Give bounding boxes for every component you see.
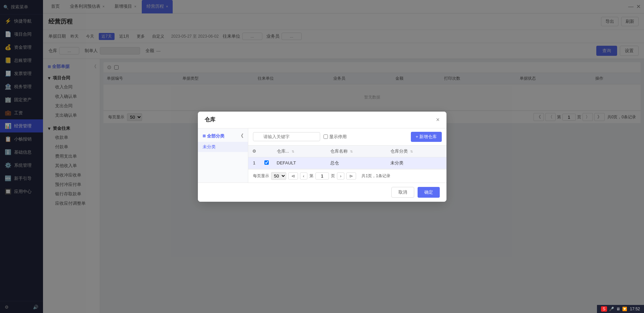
tray-mic-icon: 🎤 [609, 307, 614, 311]
dialog-last-page[interactable]: ⊳ [346, 172, 356, 180]
dialog-toolbar: 🔍 显示停用 + 新增仓库 [248, 128, 446, 146]
dialog-table-row[interactable]: 1 DEFAULT 总仓 未分类 [248, 157, 446, 169]
th-warehouse-code: 仓库... ⇅ [273, 146, 326, 157]
warehouse-dialog: 仓库 × ⊞ 全部分类 《 未分类 [198, 112, 446, 202]
dialog-per-page-label: 每页显示 [253, 173, 269, 179]
dialog-search-input[interactable] [253, 132, 320, 141]
dialog-overlay: 仓库 × ⊞ 全部分类 《 未分类 [0, 0, 644, 313]
left-panel-collapse-icon[interactable]: 《 [239, 133, 243, 139]
tray-s-icon: S [601, 306, 607, 312]
system-tray: S 🎤 🖥 🔽 17:52 [597, 305, 644, 313]
dialog-page-label: 页 [331, 173, 335, 179]
dialog-title: 仓库 [205, 116, 215, 123]
th-dialog-settings: ⚙ [248, 146, 260, 157]
th-warehouse-category: 仓库分类 ⇅ [386, 146, 446, 157]
dialog-prev-page[interactable]: ‹ [300, 172, 307, 180]
dialog-all-categories[interactable]: ⊞ 全部分类 《 [198, 131, 248, 141]
dialog-close-icon[interactable]: × [436, 116, 440, 123]
show-disabled-checkbox[interactable] [324, 134, 328, 139]
dialog-footer: 取消 确定 [198, 183, 446, 202]
tray-icons: S 🎤 🖥 🔽 [601, 306, 627, 312]
dialog-per-page-select[interactable]: 50 [271, 172, 286, 180]
dialog-row-check[interactable] [260, 157, 273, 169]
add-warehouse-button[interactable]: + 新增仓库 [411, 132, 441, 142]
dialog-header: 仓库 × [198, 112, 446, 128]
dialog-body: ⊞ 全部分类 《 未分类 🔍 [198, 128, 446, 183]
dialog-first-page[interactable]: ⊲ [288, 172, 298, 180]
dialog-page-input[interactable] [315, 172, 329, 180]
show-disabled-label: 显示停用 [324, 134, 347, 140]
dialog-left-panel: ⊞ 全部分类 《 未分类 [198, 128, 248, 183]
cancel-button[interactable]: 取消 [391, 187, 414, 198]
search-wrapper: 🔍 [253, 132, 320, 141]
tray-filter-icon: 🔽 [622, 307, 627, 311]
dialog-jump-label: 第 [309, 173, 313, 179]
dialog-row-category: 未分类 [386, 157, 446, 169]
th-warehouse-name: 仓库名称 ⇅ [326, 146, 386, 157]
tray-screen-icon: 🖥 [616, 307, 620, 311]
dialog-pagination: 每页显示 50 ⊲ ‹ 第 页 › ⊳ 共1页，1条记录 [248, 169, 446, 183]
dialog-right-panel: 🔍 显示停用 + 新增仓库 ⚙ [248, 128, 446, 183]
grid-icon: ⊞ [203, 134, 206, 138]
confirm-button[interactable]: 确定 [418, 187, 440, 198]
dialog-left-item-uncategorized[interactable]: 未分类 [198, 142, 248, 152]
dialog-total-label: 共1页，1条记录 [361, 173, 390, 179]
dialog-next-page[interactable]: › [337, 172, 344, 180]
tray-time: 17:52 [630, 307, 640, 311]
dialog-table-wrap[interactable]: ⚙ 仓库... ⇅ 仓库名称 ⇅ 仓库分类 ⇅ 1 DEFA [248, 146, 446, 169]
th-dialog-check [260, 146, 273, 157]
dialog-table: ⚙ 仓库... ⇅ 仓库名称 ⇅ 仓库分类 ⇅ 1 DEFA [248, 146, 446, 169]
dialog-row-code: DEFAULT [273, 157, 326, 169]
dialog-row-name: 总仓 [326, 157, 386, 169]
dialog-table-header-row: ⚙ 仓库... ⇅ 仓库名称 ⇅ 仓库分类 ⇅ [248, 146, 446, 157]
all-categories-label: ⊞ 全部分类 [203, 133, 224, 139]
dialog-row-num: 1 [248, 157, 260, 169]
